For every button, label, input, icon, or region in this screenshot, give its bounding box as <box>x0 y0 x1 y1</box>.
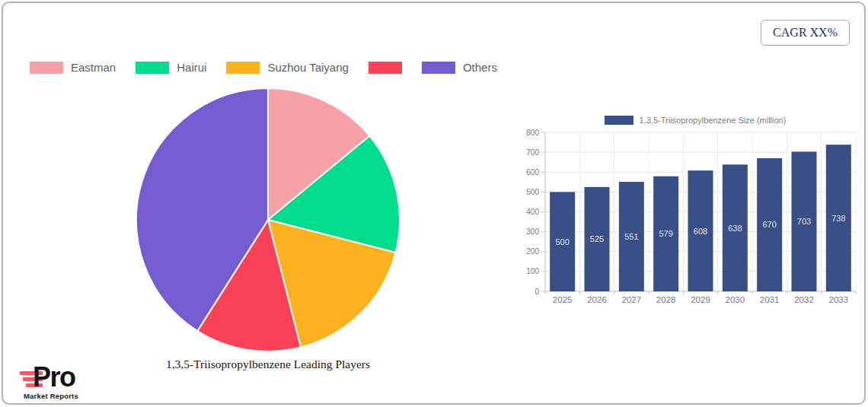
legend-label: Eastman <box>71 61 116 74</box>
bar-chart-svg: 0100200300400500600700800500202552520265… <box>523 129 867 316</box>
legend-swatch <box>369 62 402 74</box>
x-tick-label: 2030 <box>726 295 745 304</box>
bar-value-label: 638 <box>728 224 742 233</box>
legend-item-unnamed[interactable] <box>369 62 402 74</box>
legend-item-others[interactable]: Others <box>422 61 497 74</box>
x-tick-label: 2028 <box>656 295 676 304</box>
y-tick-label: 400 <box>526 208 539 216</box>
bar-value-label: 500 <box>555 237 569 246</box>
x-tick-label: 2031 <box>760 295 780 304</box>
bar-legend-swatch <box>605 116 633 125</box>
legend-swatch <box>226 62 260 74</box>
bar-legend-label: 1,3,5-Triisopropylbenzene Size (million) <box>640 116 787 125</box>
pro-market-reports-logo: Pro Market Reports <box>17 366 101 404</box>
bar-value-label: 579 <box>659 229 672 238</box>
bar-value-label: 525 <box>590 234 604 243</box>
legend-swatch <box>136 62 169 74</box>
legend-swatch <box>422 62 455 74</box>
y-tick-label: 300 <box>526 227 539 236</box>
logo-text: Pro <box>33 361 75 393</box>
legend-item-hairui[interactable]: Hairui <box>136 61 206 74</box>
legend-label: Suzhou Taiyang <box>267 61 348 74</box>
x-tick-label: 2025 <box>553 295 573 304</box>
logo-subtext: Market Reports <box>24 392 78 400</box>
bar-chart: 1,3,5-Triisopropylbenzene Size (million)… <box>523 114 867 316</box>
y-tick-label: 200 <box>526 247 539 256</box>
bar-value-label: 551 <box>624 232 638 241</box>
x-tick-label: 2032 <box>794 295 814 304</box>
legend-item-suzhou-taiyang[interactable]: Suzhou Taiyang <box>226 61 348 74</box>
legend-label: Others <box>463 61 497 74</box>
pie-legend: EastmanHairuiSuzhou TaiyangOthers <box>30 61 497 74</box>
bar-value-label: 670 <box>762 220 776 229</box>
legend-item-eastman[interactable]: Eastman <box>30 61 116 74</box>
bar-chart-legend[interactable]: 1,3,5-Triisopropylbenzene Size (million) <box>523 114 867 126</box>
x-tick-label: 2033 <box>829 295 849 304</box>
bar-value-label: 608 <box>694 227 707 236</box>
y-tick-label: 700 <box>526 148 539 157</box>
x-tick-label: 2029 <box>691 295 710 304</box>
pie-chart-title: 1,3,5-Triisopropylbenzene Leading Player… <box>135 358 401 371</box>
cagr-badge[interactable]: CAGR XX% <box>761 20 850 46</box>
pie-chart <box>135 87 401 353</box>
bar-value-label: 738 <box>831 214 845 223</box>
y-tick-label: 0 <box>535 288 539 296</box>
x-tick-label: 2026 <box>587 295 607 304</box>
bar-value-label: 703 <box>797 217 811 226</box>
legend-label: Hairui <box>177 61 206 74</box>
y-tick-label: 100 <box>526 267 539 275</box>
y-tick-label: 500 <box>526 188 539 196</box>
y-tick-label: 800 <box>526 129 539 137</box>
legend-swatch <box>30 62 63 74</box>
y-tick-label: 600 <box>526 168 539 176</box>
x-tick-label: 2027 <box>622 295 642 304</box>
report-card: CAGR XX% EastmanHairuiSuzhou TaiyangOthe… <box>2 2 866 405</box>
